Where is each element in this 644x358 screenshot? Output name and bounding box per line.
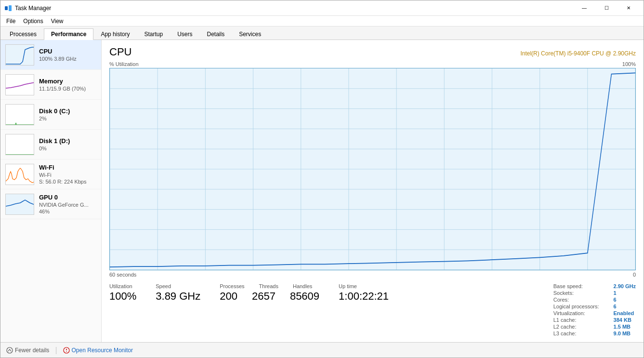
bottom-bar: Fewer details | Open Resource Monitor <box>0 342 644 358</box>
menu-file[interactable]: File <box>2 17 19 26</box>
memory-thumbnail <box>5 74 34 95</box>
cores-value: 6 <box>614 297 636 303</box>
main-content: CPU 100% 3.89 GHz Memory 11.1/15.9 GB (7… <box>0 40 644 342</box>
tab-bar: Processes Performance App history Startu… <box>0 27 644 40</box>
logical-label: Logical processors: <box>553 304 599 309</box>
stats-section: Utilization 100% Speed 3.89 GHz Processe… <box>109 283 636 336</box>
speed-label: Speed <box>156 283 200 289</box>
tab-processes[interactable]: Processes <box>2 28 44 40</box>
sidebar-item-disk0[interactable]: Disk 0 (C:) 2% <box>0 100 101 130</box>
gpu-sidebar-info: GPU 0 NVIDIA GeForce G... 46% <box>39 194 96 214</box>
base-speed-value: 2.90 GHz <box>614 283 636 289</box>
svg-point-30 <box>7 347 13 353</box>
disk0-sidebar-info: Disk 0 (C:) 2% <box>39 107 96 121</box>
disk0-thumbnail <box>5 104 34 125</box>
svg-point-33 <box>66 351 67 352</box>
svg-rect-7 <box>6 194 34 215</box>
resource-monitor-icon <box>63 347 70 354</box>
menu-bar: File Options View <box>0 16 644 27</box>
disk1-sidebar-title: Disk 1 (D:) <box>39 137 96 145</box>
svg-rect-0 <box>5 6 8 10</box>
uptime-group: Up time 1:00:22:21 <box>339 283 389 336</box>
specs-section: Base speed: 2.90 GHz Sockets: 1 Cores: 6… <box>553 283 636 336</box>
wifi-thumbnail <box>5 164 34 185</box>
app-icon <box>4 4 12 12</box>
gpu-sidebar-sub2: 46% <box>39 209 96 214</box>
cpu-graph <box>109 68 636 270</box>
sidebar-item-wifi[interactable]: Wi-Fi Wi-Fi S: 56.0 R: 224 Kbps <box>0 159 101 189</box>
speed-value: 3.89 GHz <box>156 290 200 303</box>
title-bar-controls: — ☐ ✕ <box>573 0 640 16</box>
fewer-details-link[interactable]: Fewer details <box>6 347 49 354</box>
right-panel: CPU Intel(R) Core(TM) i5-9400F CPU @ 2.9… <box>102 40 644 342</box>
sidebar-item-gpu[interactable]: GPU 0 NVIDIA GeForce G... 46% <box>0 189 101 219</box>
separator: | <box>55 346 57 355</box>
sidebar: CPU 100% 3.89 GHz Memory 11.1/15.9 GB (7… <box>0 40 102 342</box>
svg-rect-6 <box>6 164 34 185</box>
processes-value: 200 <box>220 290 237 303</box>
graph-y-label: % Utilization <box>109 61 139 67</box>
handles-label: Handles <box>293 283 312 289</box>
minimize-button[interactable]: — <box>573 0 595 16</box>
virtualization-value: Enabled <box>614 310 636 316</box>
disk1-sidebar-sub: 0% <box>39 146 96 151</box>
utilization-label: Utilization <box>109 283 136 289</box>
l1-value: 384 KB <box>614 317 636 323</box>
sockets-value: 1 <box>614 290 636 296</box>
process-labels-row: Processes Threads Handles <box>220 283 319 289</box>
graph-x-min: 0 <box>633 272 636 278</box>
menu-view[interactable]: View <box>47 17 67 26</box>
memory-sidebar-title: Memory <box>39 78 96 85</box>
l3-label: L3 cache: <box>553 331 599 336</box>
wifi-sidebar-info: Wi-Fi Wi-Fi S: 56.0 R: 224 Kbps <box>39 164 96 185</box>
panel-subtitle: Intel(R) Core(TM) i5-9400F CPU @ 2.90GHz <box>520 50 636 57</box>
open-resource-monitor-link[interactable]: Open Resource Monitor <box>63 347 133 354</box>
svg-rect-5 <box>6 134 34 155</box>
menu-options[interactable]: Options <box>19 17 47 26</box>
svg-rect-3 <box>6 75 34 95</box>
chevron-up-icon <box>6 347 13 354</box>
wifi-sidebar-sub2: S: 56.0 R: 224 Kbps <box>39 179 96 185</box>
cpu-thumbnail <box>5 44 34 66</box>
utilization-value: 100% <box>109 290 136 303</box>
task-manager-window: Task Manager — ☐ ✕ File Options View Pro… <box>0 0 644 358</box>
panel-header: CPU Intel(R) Core(TM) i5-9400F CPU @ 2.9… <box>109 46 636 58</box>
cores-label: Cores: <box>553 297 599 303</box>
wifi-sidebar-sub1: Wi-Fi <box>39 172 96 178</box>
tab-details[interactable]: Details <box>199 28 232 40</box>
graph-y-max: 100% <box>622 61 636 67</box>
sidebar-item-disk1[interactable]: Disk 1 (D:) 0% <box>0 130 101 159</box>
uptime-label: Up time <box>339 283 389 289</box>
sidebar-item-memory[interactable]: Memory 11.1/15.9 GB (70%) <box>0 70 101 100</box>
l3-value: 9.0 MB <box>614 331 636 336</box>
tab-users[interactable]: Users <box>170 28 199 40</box>
sidebar-item-cpu[interactable]: CPU 100% 3.89 GHz <box>0 40 101 70</box>
processes-handles-group: Processes Threads Handles 200 2657 85609 <box>220 283 319 336</box>
processes-label: Processes <box>220 283 244 289</box>
tab-services[interactable]: Services <box>232 28 268 40</box>
virtualization-label: Virtualization: <box>553 310 599 316</box>
panel-title: CPU <box>109 46 131 58</box>
maximize-button[interactable]: ☐ <box>595 0 618 16</box>
close-button[interactable]: ✕ <box>618 0 640 16</box>
threads-value: 2657 <box>252 290 276 303</box>
graph-label-row: % Utilization 100% <box>109 61 636 67</box>
gpu-thumbnail <box>5 194 34 215</box>
open-resource-monitor-text[interactable]: Open Resource Monitor <box>72 347 133 354</box>
memory-sidebar-sub: 11.1/15.9 GB (70%) <box>39 86 96 92</box>
gpu-sidebar-sub1: NVIDIA GeForce G... <box>39 202 96 208</box>
l1-label: L1 cache: <box>553 317 599 323</box>
title-bar: Task Manager — ☐ ✕ <box>0 0 644 16</box>
tab-startup[interactable]: Startup <box>137 28 170 40</box>
fewer-details-text: Fewer details <box>15 347 49 354</box>
tab-app-history[interactable]: App history <box>93 28 137 40</box>
memory-sidebar-info: Memory 11.1/15.9 GB (70%) <box>39 78 96 92</box>
graph-x-label: 60 seconds <box>109 272 136 278</box>
cpu-sidebar-sub: 100% 3.89 GHz <box>39 56 96 62</box>
logical-value: 6 <box>614 304 636 309</box>
title-bar-text: Task Manager <box>15 5 573 12</box>
tab-performance[interactable]: Performance <box>44 28 93 40</box>
wifi-sidebar-title: Wi-Fi <box>39 164 96 171</box>
disk1-thumbnail <box>5 134 34 155</box>
l2-value: 1.5 MB <box>614 324 636 330</box>
